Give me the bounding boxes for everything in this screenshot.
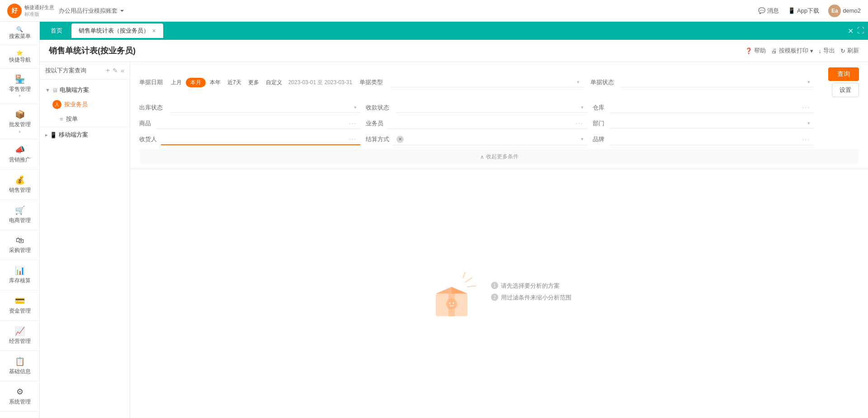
message-button[interactable]: 💬 消息 [758, 7, 779, 15]
avatar: Ea [828, 5, 841, 17]
message-icon: 💬 [758, 7, 765, 14]
main-panel: 按以下方案查询 + ✎ « ▼ 🖥 电脑端方案 [40, 62, 868, 418]
sidebar-item-finance[interactable]: 💳 资金管理 [0, 290, 39, 321]
department-control[interactable]: ▾ [610, 119, 814, 128]
consignee-control[interactable]: ··· [161, 133, 360, 145]
sidebar-item-shortcut[interactable]: ⭐ 快捷导航 [0, 45, 39, 69]
warehouse-dots: ··· [802, 104, 810, 111]
storage-status-control[interactable]: ▾ [170, 103, 360, 113]
desktop-icon: 🖥 [52, 87, 58, 94]
collapse-conditions-button[interactable]: ∧ 收起更多条件 [139, 150, 859, 163]
order-status-control[interactable]: ▾ [621, 77, 814, 87]
order-type-label: 单据类型 [359, 78, 387, 86]
tab-close-icon[interactable]: ✕ [152, 28, 156, 34]
print-icon: 🖨 [771, 48, 777, 54]
export-icon: ↓ [819, 48, 822, 54]
svg-marker-1 [436, 287, 452, 294]
collapse-plan-icon[interactable]: « [121, 67, 124, 74]
operations-icon: 📈 [15, 326, 25, 336]
tab-sales-stat[interactable]: 销售单统计表（按业务员） ✕ [71, 24, 163, 38]
brand-control[interactable]: ··· [610, 134, 814, 145]
sidebar-item-system[interactable]: ⚙ 系统管理 [0, 381, 39, 412]
logo-icon: 好 [7, 4, 22, 18]
date-tab-this-year[interactable]: 本年 [207, 78, 223, 87]
empty-tip-1: 1 请先选择要分析的方案 [491, 282, 571, 290]
sidebar-item-sales[interactable]: 💰 销售管理 [0, 170, 39, 200]
warehouse-field: 仓库 ··· [593, 102, 814, 113]
empty-svg [427, 269, 476, 318]
salesperson-plan-icon: 人 [52, 100, 61, 109]
order-type-chevron-icon: ▾ [577, 79, 580, 85]
settlement-tag-close[interactable]: ✕ [396, 136, 404, 143]
empty-state-inner: 1 请先选择要分析的方案 2 用过滤条件来缩小分析范围 [427, 269, 571, 318]
logo-text: 畅捷通好生意 标准版 [24, 4, 54, 17]
empty-illustration [427, 269, 476, 318]
sidebar-item-marketing[interactable]: 📣 营销推广 [0, 139, 39, 170]
app-download-button[interactable]: 📱 App下载 [788, 7, 819, 15]
sidebar-item-retail[interactable]: 🏪 零售管理 ▾ [0, 69, 39, 104]
workspace-selector[interactable]: 办公用品行业模拟账套 [59, 7, 125, 15]
svg-line-4 [465, 278, 472, 282]
svg-line-5 [467, 286, 476, 287]
refresh-button[interactable]: ↻ 刷新 [840, 47, 859, 55]
date-range-text: 2023-03-01 至 2023-03-31 [288, 79, 352, 86]
date-tab-more[interactable]: 更多 [245, 78, 262, 87]
top-bar-right: 💬 消息 📱 App下载 Ea demo2 [758, 5, 861, 17]
settings-button[interactable]: 设置 [832, 83, 859, 97]
help-button[interactable]: ❓ 帮助 [745, 47, 766, 55]
user-menu[interactable]: Ea demo2 [828, 5, 861, 17]
tab-bar: 首页 销售单统计表（按业务员） ✕ ✕ ⛶ [40, 22, 868, 40]
order-status-field: 单据状态 ▾ [590, 77, 814, 87]
sidebar-item-search[interactable]: 🔍 搜索菜单 [0, 22, 39, 45]
date-tab-last-month[interactable]: 上月 [168, 78, 184, 87]
filter-action-buttons: 查询 设置 [828, 67, 859, 97]
brand-dots: ··· [802, 136, 810, 143]
salesperson-field: 业务员 ··· [366, 118, 587, 129]
salesperson-control[interactable]: ··· [387, 118, 587, 129]
purchase-icon: 🛍 [16, 236, 24, 245]
tab-expand-button[interactable]: ⛶ [857, 27, 864, 35]
tree-item-by-salesperson[interactable]: 人 按业务员 [40, 97, 130, 112]
tree-group-mobile-header[interactable]: ▸ 📱 移动端方案 [40, 128, 130, 142]
settlement-control[interactable]: ✕ ▾ [393, 134, 587, 145]
sidebar-item-purchase[interactable]: 🛍 采购管理 [0, 230, 39, 260]
sidebar-item-inventory[interactable]: 📊 库存核算 [0, 260, 39, 290]
tab-home[interactable]: 首页 [43, 24, 70, 38]
sidebar-item-operations[interactable]: 📈 经营管理 [0, 321, 39, 351]
empty-tips: 1 请先选择要分析的方案 2 用过滤条件来缩小分析范围 [491, 282, 571, 305]
collapse-icon: ∧ [480, 154, 484, 160]
date-label: 单据日期 [139, 78, 165, 86]
sidebar: 🔍 搜索菜单 ⭐ 快捷导航 🏪 零售管理 ▾ 📦 批发管理 ▴ 📣 营销推广 💰… [0, 22, 40, 418]
date-tab-custom[interactable]: 自定义 [263, 78, 285, 87]
expand-icon: ▾ [19, 93, 21, 98]
warehouse-control[interactable]: ··· [610, 102, 814, 113]
order-plan-icon: ≡ [60, 116, 63, 123]
basic-icon: 📋 [15, 356, 25, 366]
top-bar-left: 好 畅捷通好生意 标准版 办公用品行业模拟账套 [7, 4, 125, 18]
main-layout: 🔍 搜索菜单 ⭐ 快捷导航 🏪 零售管理 ▾ 📦 批发管理 ▴ 📣 营销推广 💰… [0, 22, 868, 418]
query-button[interactable]: 查询 [828, 67, 859, 81]
date-tab-this-month[interactable]: 本月 [186, 78, 206, 87]
goods-control[interactable]: ··· [156, 118, 360, 129]
svg-point-8 [449, 303, 451, 304]
sidebar-item-enterprise[interactable]: 🤝 企业协同 [0, 412, 39, 418]
tree-item-by-order[interactable]: ≡ 按单 [40, 112, 130, 126]
tab-close-all-button[interactable]: ✕ [848, 27, 854, 35]
receipt-status-label: 收款状态 [366, 104, 393, 112]
edit-plan-icon[interactable]: ✎ [113, 67, 118, 74]
order-type-control[interactable]: ▾ [390, 77, 583, 87]
sidebar-item-wholesale[interactable]: 📦 批发管理 ▴ [0, 104, 39, 139]
finance-icon: 💳 [15, 296, 25, 306]
receipt-status-control[interactable]: ▾ [396, 103, 587, 113]
export-button[interactable]: ↓ 导出 [819, 47, 835, 55]
sidebar-item-basic[interactable]: 📋 基础信息 [0, 351, 39, 381]
add-plan-icon[interactable]: + [106, 66, 110, 75]
star-icon: ⭐ [16, 50, 23, 56]
empty-state: 1 请先选择要分析的方案 2 用过滤条件来缩小分析范围 [130, 169, 868, 418]
date-tab-7days[interactable]: 近7天 [225, 78, 244, 87]
tab-bar-right: ✕ ⛶ [848, 27, 864, 35]
ecommerce-icon: 🛒 [15, 205, 25, 215]
template-print-button[interactable]: 🖨 按模板打印 ▾ [771, 47, 813, 55]
tree-group-desktop-header[interactable]: ▼ 🖥 电脑端方案 [40, 83, 130, 97]
sidebar-item-ecommerce[interactable]: 🛒 电商管理 [0, 200, 39, 230]
